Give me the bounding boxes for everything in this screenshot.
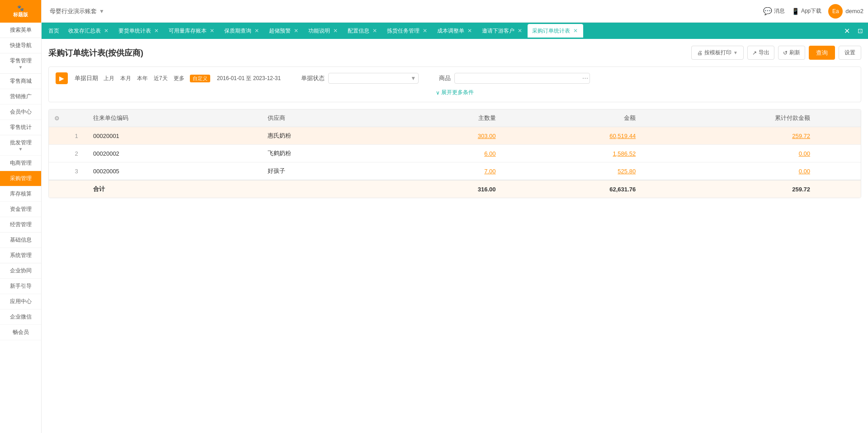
sidebar-item-inventory[interactable]: 库存核算 xyxy=(0,186,41,202)
refresh-button[interactable]: ↺ 刷新 xyxy=(778,46,805,60)
tab-expiry-query[interactable]: 保质期查询 ✕ xyxy=(220,24,264,38)
app-download-button[interactable]: 📱 App下载 xyxy=(792,7,821,15)
row-paid[interactable]: 0.00 xyxy=(641,145,816,162)
tab-close-all-button[interactable]: ✕ xyxy=(841,26,853,36)
sidebar-item-retail[interactable]: 零售管理 ▼ xyxy=(0,53,41,74)
tab-available-inventory[interactable]: 可用量库存账本 ✕ xyxy=(164,24,220,38)
this-month-btn[interactable]: 本月 xyxy=(118,74,133,83)
amount-col-header: 金额 xyxy=(501,109,642,127)
sidebar-item-wholesale[interactable]: 批发管理 ▼ xyxy=(0,135,41,156)
sidebar-item-retail-stats[interactable]: 零售统计 xyxy=(0,120,41,135)
tab-overstock-warning[interactable]: 超储预警 ✕ xyxy=(264,24,304,38)
table-row: 2 00020002 飞鹤奶粉 6.00 1,586.52 0.00 xyxy=(49,145,861,162)
status-select[interactable] xyxy=(328,73,419,84)
row-settings[interactable] xyxy=(49,145,65,162)
sidebar-item-enterprise[interactable]: 企业协同 xyxy=(0,263,41,279)
sidebar-item-newbie[interactable]: 新手引导 xyxy=(0,279,41,294)
sidebar-item-marketing[interactable]: 营销推广 xyxy=(0,89,41,105)
sidebar-item-quick[interactable]: 快捷导航 xyxy=(0,38,41,53)
row-paid[interactable]: 259.72 xyxy=(641,127,816,145)
more-icon[interactable]: ··· xyxy=(582,74,588,82)
tab-pick-task[interactable]: 拣货任务管理 ✕ xyxy=(382,24,433,38)
sidebar-item-label: 资金管理 xyxy=(10,205,32,213)
row-qty[interactable]: 303.00 xyxy=(392,127,501,145)
sidebar-item-ecommerce[interactable]: 电商管理 xyxy=(0,156,41,171)
tab-close-icon[interactable]: ✕ xyxy=(572,28,579,34)
sidebar-item-finance[interactable]: 资金管理 xyxy=(0,202,41,217)
tab-maximize-button[interactable]: ⊡ xyxy=(855,26,866,35)
tab-receive-summary[interactable]: 收发存汇总表 ✕ xyxy=(64,24,114,38)
template-print-button[interactable]: 🖨 按模板打印 ▼ xyxy=(691,46,744,60)
workspace-selector[interactable]: 母婴行业演示账套 ▼ xyxy=(46,5,108,17)
sidebar-item-operation[interactable]: 经营管理 xyxy=(0,217,41,233)
row-settings[interactable] xyxy=(49,127,65,145)
row-amount[interactable]: 60,519.44 xyxy=(501,127,642,145)
row-paid[interactable]: 0.00 xyxy=(641,162,816,181)
sidebar-item-system[interactable]: 系统管理 xyxy=(0,248,41,263)
row-amount[interactable]: 1,586.52 xyxy=(501,145,642,162)
goods-filter-group: 商品 ··· xyxy=(439,73,590,84)
tab-close-icon[interactable]: ✕ xyxy=(467,28,473,34)
query-button[interactable]: 查询 xyxy=(809,46,835,60)
tab-function-desc[interactable]: 功能说明 ✕ xyxy=(304,24,343,38)
tab-close-icon[interactable]: ✕ xyxy=(254,28,260,34)
settings-col-header[interactable]: ⚙ xyxy=(49,109,65,127)
tab-close-icon[interactable]: ✕ xyxy=(517,28,523,34)
tab-close-icon[interactable]: ✕ xyxy=(332,28,339,34)
settings-button[interactable]: 设置 xyxy=(839,46,861,60)
no-col-header xyxy=(65,109,88,127)
tab-purchase-summary[interactable]: 采购订单统计表 ✕ xyxy=(528,24,583,38)
tab-close-icon[interactable]: ✕ xyxy=(153,28,160,34)
filter-toggle-button[interactable]: ▶ xyxy=(56,72,68,84)
tab-config-info[interactable]: 配置信息 ✕ xyxy=(343,24,382,38)
page-header: 采购订单统计表(按供应商) 🖨 按模板打印 ▼ ↗ 导出 ↺ 刷新 查询 xyxy=(48,46,861,60)
last-month-btn[interactable]: 上月 xyxy=(102,74,116,83)
tab-cost-adjust[interactable]: 成本调整单 ✕ xyxy=(433,24,477,38)
more-date-btn[interactable]: 更多 xyxy=(172,74,186,83)
sidebar-item-retail-shop[interactable]: 零售商城 xyxy=(0,74,41,89)
tab-invite-downstream[interactable]: 邀请下游客户 ✕ xyxy=(477,24,528,38)
avatar-text: Ea xyxy=(832,8,839,14)
tab-home[interactable]: 首页 xyxy=(44,24,64,38)
row-qty[interactable]: 7.00 xyxy=(392,162,501,181)
sidebar-item-label: 零售商城 xyxy=(10,77,32,85)
tab-close-icon[interactable]: ✕ xyxy=(422,28,428,34)
date-range-display: 2016-01-01 至 2023-12-31 xyxy=(217,75,281,82)
row-qty[interactable]: 6.00 xyxy=(392,145,501,162)
tab-label: 配置信息 xyxy=(348,27,369,35)
sidebar-item-member2[interactable]: 畅会员 xyxy=(0,325,41,340)
footer-no xyxy=(65,180,88,198)
expand-row: ∨ 展开更多条件 xyxy=(56,89,854,96)
goods-select-wrap: ··· xyxy=(454,73,590,84)
sidebar-item-label: 采购管理 xyxy=(10,175,32,182)
sidebar-item-label: 企业协同 xyxy=(10,267,32,275)
goods-input[interactable] xyxy=(454,73,590,84)
export-button[interactable]: ↗ 导出 xyxy=(747,46,774,60)
sidebar-item-enterprise-wx[interactable]: 企业微信 xyxy=(0,309,41,325)
date-range-text: 2016-01-01 至 2023-12-31 xyxy=(217,75,281,82)
this-year-btn[interactable]: 本年 xyxy=(135,74,150,83)
tab-close-icon[interactable]: ✕ xyxy=(103,28,109,34)
sidebar-item-basic[interactable]: 基础信息 xyxy=(0,233,41,248)
sidebar-item-purchase[interactable]: 采购管理 xyxy=(0,171,41,186)
row-amount[interactable]: 525.80 xyxy=(501,162,642,181)
sidebar-item-app-center[interactable]: 应用中心 xyxy=(0,294,41,309)
tab-close-icon[interactable]: ✕ xyxy=(372,28,378,34)
sidebar-item-search[interactable]: 搜索英单 xyxy=(0,23,41,38)
tab-order-summary[interactable]: 要货单统计表 ✕ xyxy=(114,24,164,38)
last-7days-btn[interactable]: 近7天 xyxy=(152,74,170,83)
expand-more-button[interactable]: ∨ 展开更多条件 xyxy=(436,89,474,96)
app-label: App下载 xyxy=(801,7,821,15)
user-profile[interactable]: Ea demo2 xyxy=(828,4,863,19)
message-button[interactable]: 💬 消息 xyxy=(763,7,785,15)
expand-label: 展开更多条件 xyxy=(441,89,474,96)
sidebar-item-member[interactable]: 会员中心 xyxy=(0,105,41,120)
row-supplier: 飞鹤奶粉 xyxy=(262,145,392,162)
tab-bar: 首页 收发存汇总表 ✕ 要货单统计表 ✕ 可用量库存账本 ✕ 保质期查询 ✕ 超… xyxy=(42,23,868,39)
tab-close-icon[interactable]: ✕ xyxy=(209,28,215,34)
row-settings[interactable] xyxy=(49,162,65,181)
tab-close-icon[interactable]: ✕ xyxy=(293,28,299,34)
footer-extra xyxy=(816,180,861,198)
export-label: 导出 xyxy=(759,49,769,57)
print-icon: 🖨 xyxy=(697,50,703,56)
